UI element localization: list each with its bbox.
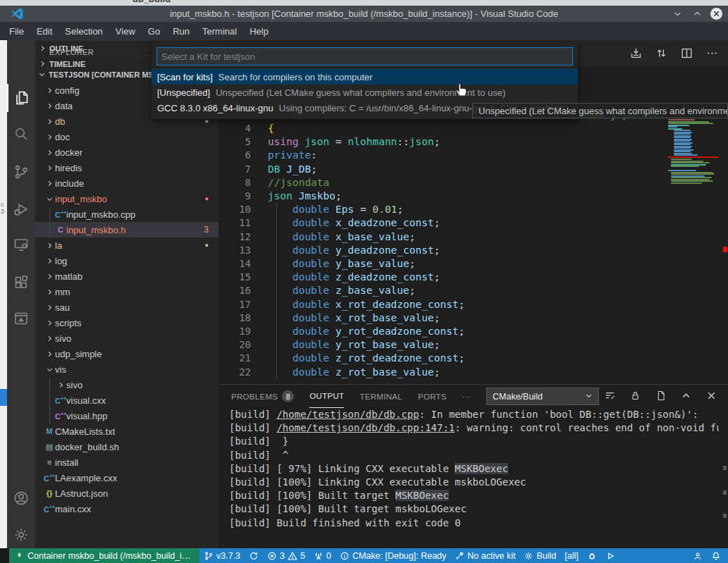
extensions	[13, 274, 30, 291]
menu-selection[interactable]: Selection	[58, 24, 109, 39]
activity-run-debug[interactable]	[7, 195, 35, 223]
chevron-right-icon	[44, 288, 55, 296]
status-error[interactable]: 35	[263, 548, 309, 563]
tree-item-label: log	[55, 256, 67, 266]
code-editor[interactable]: Ранами управляет 4{5using json = nlohman…	[218, 81, 728, 384]
source-control	[13, 163, 30, 180]
tree-folder-udp_simple[interactable]: udp_simple	[35, 346, 218, 361]
play	[605, 551, 615, 561]
tree-folder-log[interactable]: log	[35, 253, 218, 268]
tree-file-main.cxx[interactable]: C++main.cxx	[35, 501, 218, 516]
line-number: 4	[218, 122, 251, 135]
menu-edit[interactable]: Edit	[30, 24, 58, 39]
tree-folder-include[interactable]: include	[35, 175, 218, 191]
minimap[interactable]	[668, 119, 719, 384]
tree-file-input_mskbo.h[interactable]: Cinput_mskbo.h3	[35, 222, 218, 237]
menu-run[interactable]: Run	[166, 24, 196, 39]
open-log-icon[interactable]	[653, 388, 667, 402]
menu-terminal[interactable]: Terminal	[196, 24, 243, 39]
status-radio-tower[interactable]: 0	[309, 548, 335, 563]
menu-go[interactable]: Go	[142, 24, 166, 39]
panel-tab-problems[interactable]: PROBLEMS8	[231, 385, 294, 408]
quick-pick-item[interactable]: [Scan for kits]Search for compilers on t…	[152, 69, 578, 85]
status-play[interactable]	[601, 548, 619, 563]
split-editor-icon[interactable]	[679, 45, 694, 61]
swap-icon[interactable]	[653, 45, 669, 61]
tree-file-install[interactable]: ≡install	[35, 454, 218, 470]
tree-item-label: input_mskbo	[55, 194, 107, 204]
file-tree: configdatadb●docdockerhiredisincludeinpu…	[35, 82, 218, 516]
status--all-[interactable]: [all]	[560, 548, 582, 563]
menu-help[interactable]: Help	[243, 24, 275, 39]
tree-folder-input_mskbo[interactable]: input_mskbo●	[35, 191, 218, 206]
vscode-window: db_build c3 input_mskbo.h - testjson [Co…	[0, 0, 728, 563]
quick-pick-input[interactable]	[156, 47, 573, 66]
activity-settings[interactable]	[7, 521, 35, 549]
background-window-corner	[0, 548, 9, 563]
more-actions-icon	[705, 47, 719, 60]
status-info[interactable]: CMake: [Debug]: Ready	[335, 548, 450, 563]
remote-indicator[interactable]: Container mskbo_build (/mskbo_build_inst…	[9, 548, 199, 563]
tree-file-input_mskbo.cpp[interactable]: C++input_mskbo.cpp	[35, 206, 218, 222]
install-icon[interactable]	[628, 45, 643, 61]
tree-item-label: scripts	[55, 318, 82, 328]
lock-icon[interactable]	[628, 388, 642, 402]
activity-explorer[interactable]	[7, 84, 35, 112]
tree-file-visual.cxx[interactable]: C++visual.cxx	[35, 392, 218, 408]
status-sync[interactable]	[245, 548, 263, 563]
output-line: [build] /home/testjson/db/db.cpp:147:1: …	[229, 421, 719, 435]
output-channel-select[interactable]: CMake/Build	[486, 388, 599, 405]
tree-folder-scripts[interactable]: scripts	[35, 315, 218, 330]
tree-folder-vis[interactable]: vis	[35, 361, 218, 377]
tree-folder-doc[interactable]: doc	[35, 129, 218, 144]
status-git-branch[interactable]: v3.7.3	[199, 548, 245, 563]
output-log[interactable]: [build] /home/testjson/db/db.cpp: In mem…	[229, 408, 719, 546]
tree-folder-mm[interactable]: mm	[35, 284, 218, 299]
menu-view[interactable]: View	[109, 24, 142, 39]
tree-item-label: visual.cxx	[66, 395, 106, 406]
panel-tab-···[interactable]: ···	[462, 385, 471, 408]
tree-folder-sau[interactable]: sau	[35, 299, 218, 315]
tree-folder-sivo[interactable]: sivo	[35, 330, 218, 346]
overview-ruler-error-mark	[723, 247, 727, 252]
close-panel-icon[interactable]	[704, 388, 718, 402]
chevron-right-icon	[44, 180, 55, 187]
tree-folder-hiredis[interactable]: hiredis	[35, 160, 218, 175]
tree-file-CMakeLists.txt[interactable]: MCMakeLists.txt	[35, 423, 218, 439]
status-feedback[interactable]	[689, 548, 707, 563]
quick-pick-item[interactable]: [Unspecified]Unspecified (Let CMake gues…	[152, 85, 578, 100]
panel-tab-terminal[interactable]: TERMINAL	[359, 385, 402, 408]
tree-file-LAexample.cxx[interactable]: C++LAexample.cxx	[35, 470, 218, 485]
tree-file-docker_build.sh[interactable]: ▤docker_build.sh	[35, 439, 218, 454]
activity-source-control[interactable]	[7, 158, 35, 186]
tree-file-LAstruct.json[interactable]: {}LAstruct.json	[35, 485, 218, 501]
tree-file-visual.hpp[interactable]: C++visual.hpp	[35, 408, 218, 423]
tree-folder-la[interactable]: la●	[35, 237, 218, 253]
search	[13, 125, 30, 142]
tree-folder-matlab[interactable]: matlab	[35, 268, 218, 284]
panel-tab-output[interactable]: OUTPUT	[309, 385, 344, 408]
status-tools[interactable]: No active kit	[450, 548, 519, 563]
activity-search[interactable]	[7, 120, 35, 148]
tree-folder-sivo[interactable]: sivo	[35, 377, 218, 392]
split-editor-icon	[680, 47, 693, 60]
clear-output-icon[interactable]	[603, 388, 617, 402]
account	[13, 490, 30, 507]
tree-folder-docker[interactable]: docker	[35, 144, 218, 160]
activity-extensions[interactable]	[7, 268, 35, 297]
activity-cmake[interactable]	[7, 304, 35, 333]
activity-remote-explorer[interactable]	[7, 230, 35, 259]
maximize-button[interactable]	[691, 7, 703, 20]
panel-tab-ports[interactable]: PORTS	[418, 385, 447, 408]
more-actions-icon[interactable]	[704, 45, 720, 61]
menu-file[interactable]: File	[3, 24, 30, 39]
maximize-panel-icon[interactable]	[679, 388, 693, 402]
status-bell[interactable]	[707, 548, 725, 563]
status-bug[interactable]	[583, 548, 601, 563]
status-gear[interactable]: Build	[519, 548, 560, 563]
code-line: 8//jsondata	[218, 176, 728, 190]
status-label: No active kit	[467, 551, 515, 561]
minimize-button[interactable]	[671, 7, 684, 20]
close-button[interactable]	[710, 8, 722, 20]
activity-account[interactable]	[7, 484, 35, 512]
